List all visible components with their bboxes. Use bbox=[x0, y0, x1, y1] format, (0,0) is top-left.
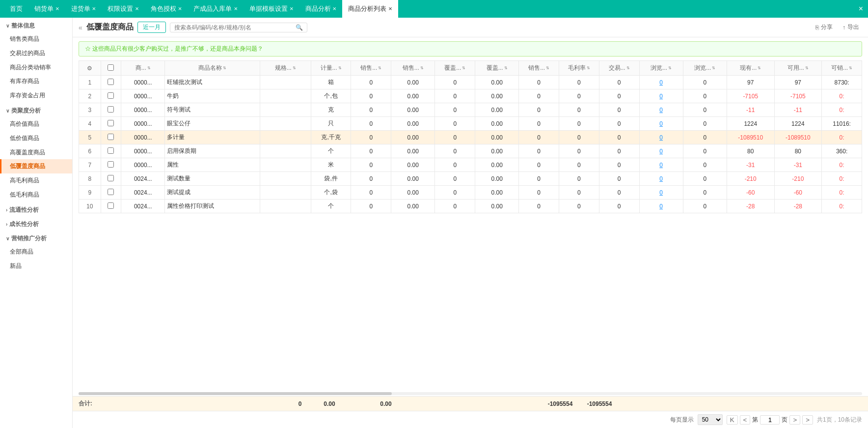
sort-icon-cov2[interactable]: ⇅ bbox=[504, 66, 508, 70]
scrollbar-thumb[interactable] bbox=[79, 392, 392, 395]
sidebar-item-traded-goods[interactable]: 交易过的商品 bbox=[0, 46, 72, 60]
time-filter-button[interactable]: 近一月 bbox=[137, 22, 166, 33]
sidebar-item-low-margin[interactable]: 低毛利商品 bbox=[0, 188, 72, 202]
sidebar-item-low-value[interactable]: 低价值商品 bbox=[0, 131, 72, 145]
page-number-input[interactable] bbox=[760, 415, 780, 425]
cell-browse1[interactable]: 0 bbox=[639, 117, 683, 131]
row-checkbox[interactable] bbox=[108, 106, 114, 113]
sort-icon-sales3[interactable]: ⇅ bbox=[546, 66, 549, 70]
col-header-saleable[interactable]: 可销... ⇅ bbox=[822, 61, 862, 76]
sort-icon-sku[interactable]: ⇅ bbox=[147, 66, 151, 70]
nav-product-inbound[interactable]: 产成品入库单 × bbox=[188, 0, 244, 18]
sidebar-item-stock-capital[interactable]: 库存资金占用 bbox=[0, 88, 72, 103]
col-header-gear[interactable]: ⚙ bbox=[79, 61, 101, 76]
sidebar-item-all-goods[interactable]: 全部商品 bbox=[0, 245, 72, 259]
col-header-trade[interactable]: 交易... ⇅ bbox=[599, 61, 639, 76]
cell-check[interactable] bbox=[101, 76, 121, 89]
col-header-sku[interactable]: 商... ⇅ bbox=[121, 61, 165, 76]
sort-icon-trade[interactable]: ⇅ bbox=[626, 66, 630, 70]
share-button[interactable]: ⎘ 分享 bbox=[813, 22, 836, 32]
row-checkbox[interactable] bbox=[108, 120, 114, 126]
sort-icon-sales2[interactable]: ⇅ bbox=[420, 66, 424, 70]
row-checkbox[interactable] bbox=[108, 202, 114, 209]
cell-check[interactable] bbox=[101, 144, 121, 158]
col-header-sales2[interactable]: 销售... ⇅ bbox=[391, 61, 435, 76]
sidebar-item-sales-goods[interactable]: 销售类商品 bbox=[0, 32, 72, 46]
sidebar-item-low-coverage[interactable]: 低覆盖度商品 bbox=[0, 159, 72, 173]
sidebar-item-category-turnover[interactable]: 商品分类动销率 bbox=[0, 60, 72, 75]
row-checkbox[interactable] bbox=[108, 134, 114, 140]
row-checkbox[interactable] bbox=[108, 161, 114, 168]
col-header-cov1[interactable]: 覆盖... ⇅ bbox=[435, 61, 475, 76]
first-page-button[interactable]: K bbox=[727, 415, 738, 425]
col-header-unit[interactable]: 计量... ⇅ bbox=[311, 61, 351, 76]
cell-browse1[interactable]: 0 bbox=[639, 144, 683, 158]
sidebar-section-cluster[interactable]: ∨ 类聚度分析 bbox=[0, 103, 72, 117]
cell-check[interactable] bbox=[101, 172, 121, 186]
sort-icon-unit[interactable]: ⇅ bbox=[338, 66, 342, 70]
cell-browse1[interactable]: 0 bbox=[639, 200, 683, 213]
cell-check[interactable] bbox=[101, 117, 121, 131]
row-checkbox[interactable] bbox=[108, 92, 114, 99]
sidebar-item-high-value[interactable]: 高价值商品 bbox=[0, 117, 72, 131]
cell-check[interactable] bbox=[101, 186, 121, 200]
select-all-checkbox[interactable] bbox=[108, 64, 114, 71]
sidebar-section-overall[interactable]: ∨ 整体信息 bbox=[0, 18, 72, 32]
row-checkbox[interactable] bbox=[108, 175, 114, 181]
search-input[interactable] bbox=[174, 24, 296, 31]
col-header-browse1[interactable]: 浏览... ⇅ bbox=[639, 61, 683, 76]
col-header-cov2[interactable]: 覆盖... ⇅ bbox=[475, 61, 519, 76]
col-header-browse2[interactable]: 浏览... ⇅ bbox=[683, 61, 727, 76]
sort-icon-browse2[interactable]: ⇅ bbox=[712, 66, 715, 70]
sort-icon-spec[interactable]: ⇅ bbox=[293, 66, 296, 70]
col-header-check[interactable] bbox=[101, 61, 121, 76]
window-close-button[interactable]: × bbox=[859, 4, 863, 13]
cell-check[interactable] bbox=[101, 158, 121, 172]
cell-browse1[interactable]: 0 bbox=[639, 103, 683, 117]
row-checkbox[interactable] bbox=[108, 189, 114, 195]
nav-sales-order[interactable]: 销货单 × bbox=[28, 0, 65, 18]
sort-icon-name[interactable]: ⇅ bbox=[223, 66, 226, 70]
row-checkbox[interactable] bbox=[108, 147, 114, 154]
sidebar-item-high-margin[interactable]: 高毛利商品 bbox=[0, 173, 72, 188]
cell-browse1[interactable]: 0 bbox=[639, 158, 683, 172]
row-checkbox[interactable] bbox=[108, 79, 114, 85]
sidebar-item-in-stock[interactable]: 有库存商品 bbox=[0, 74, 72, 88]
sidebar-item-new-goods[interactable]: 新品 bbox=[0, 259, 72, 273]
sidebar-item-high-coverage[interactable]: 高覆盖度商品 bbox=[0, 145, 72, 160]
nav-purchase-order[interactable]: 进货单 × bbox=[65, 0, 102, 18]
col-header-spec[interactable]: 规格... ⇅ bbox=[260, 61, 311, 76]
nav-home[interactable]: 首页 bbox=[4, 0, 28, 18]
nav-product-analysis-list[interactable]: 商品分析列表 × bbox=[342, 0, 398, 18]
cell-browse1[interactable]: 0 bbox=[639, 89, 683, 103]
nav-permission-settings[interactable]: 权限设置 × bbox=[102, 0, 145, 18]
sort-icon-saleable[interactable]: ⇅ bbox=[849, 66, 852, 70]
sort-icon-sales1[interactable]: ⇅ bbox=[378, 66, 381, 70]
per-page-select[interactable]: 50 20 100 bbox=[698, 414, 723, 425]
cell-browse1[interactable]: 0 bbox=[639, 76, 683, 89]
sort-icon-browse1[interactable]: ⇅ bbox=[668, 66, 672, 70]
col-header-sales1[interactable]: 销售... ⇅ bbox=[351, 61, 391, 76]
col-header-gross[interactable]: 毛利率 ⇅ bbox=[559, 61, 599, 76]
sort-icon-stock2[interactable]: ⇅ bbox=[805, 66, 809, 70]
col-header-stock2[interactable]: 可用... ⇅ bbox=[774, 61, 822, 76]
cell-check[interactable] bbox=[101, 200, 121, 213]
cell-check[interactable] bbox=[101, 131, 121, 144]
cell-check[interactable] bbox=[101, 89, 121, 103]
sidebar-section-liquidity[interactable]: › 流通性分析 bbox=[0, 202, 72, 216]
horizontal-scrollbar[interactable] bbox=[79, 392, 862, 395]
collapse-sidebar-button[interactable]: « bbox=[79, 24, 82, 31]
col-header-stock1[interactable]: 现有... ⇅ bbox=[727, 61, 774, 76]
col-header-name[interactable]: 商品名称 ⇅ bbox=[165, 61, 260, 76]
prev-page-button[interactable]: < bbox=[740, 415, 751, 425]
sort-icon-gross[interactable]: ⇅ bbox=[587, 66, 590, 70]
export-button[interactable]: ↑ 导出 bbox=[840, 22, 862, 32]
cell-browse1[interactable]: 0 bbox=[639, 172, 683, 186]
next-page-button[interactable]: > bbox=[789, 415, 800, 425]
col-header-sales3[interactable]: 销售... ⇅ bbox=[519, 61, 559, 76]
last-page-button[interactable]: > bbox=[802, 415, 813, 425]
sort-icon-cov1[interactable]: ⇅ bbox=[462, 66, 465, 70]
sort-icon-stock1[interactable]: ⇅ bbox=[758, 66, 761, 70]
nav-product-analysis[interactable]: 商品分析 × bbox=[299, 0, 343, 18]
cell-browse1[interactable]: 0 bbox=[639, 131, 683, 144]
